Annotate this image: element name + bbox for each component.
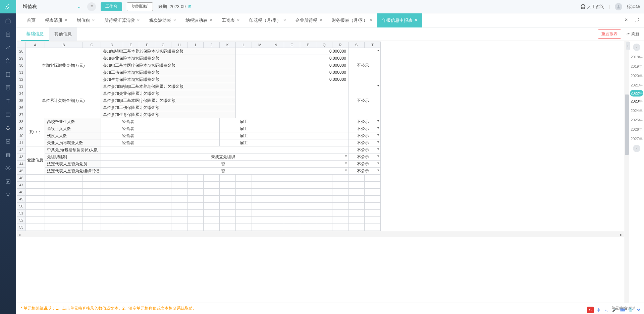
cell[interactable] <box>365 217 381 224</box>
year-2019年[interactable]: 2019年 <box>630 62 643 71</box>
rownum-44[interactable]: 44 <box>17 161 26 168</box>
nav-v-icon[interactable] <box>0 189 16 201</box>
group-label[interactable]: 单位累计欠缴金额(万元) <box>26 83 101 118</box>
publish-select[interactable]: 不公示 <box>348 168 381 175</box>
publish-select[interactable]: 不公示 <box>348 125 381 132</box>
cell[interactable] <box>316 196 332 203</box>
cell[interactable] <box>45 224 83 231</box>
rownum-42[interactable]: 42 <box>17 146 26 153</box>
nav-print-icon[interactable] <box>0 149 16 161</box>
tab-close-icon[interactable]: ✕ <box>92 18 95 22</box>
cell[interactable] <box>101 189 123 196</box>
cell[interactable] <box>332 217 348 224</box>
cell[interactable] <box>252 224 268 231</box>
cell[interactable] <box>155 224 171 231</box>
ime-kb-icon[interactable]: ⌨ <box>619 307 626 313</box>
cell[interactable] <box>155 118 220 125</box>
value-cell[interactable]: 0.000000 <box>236 69 348 76</box>
tab-close-icon[interactable]: ✕ <box>137 18 140 22</box>
rownum-30[interactable]: 30 <box>17 62 26 69</box>
cell[interactable] <box>220 182 236 189</box>
corner-cell[interactable] <box>17 42 26 48</box>
cell[interactable] <box>26 182 45 189</box>
tab-纳税波动表[interactable]: 纳税波动表✕ <box>181 13 217 27</box>
desc[interactable]: 单位参加职工基本医疗保险累计欠缴金额 <box>101 97 236 104</box>
col-H[interactable]: H <box>171 42 187 48</box>
col-J[interactable]: J <box>204 42 220 48</box>
cell[interactable] <box>332 189 348 196</box>
col-M[interactable]: M <box>252 42 268 48</box>
desc[interactable]: 参加城镇职工基本养老保险本期实际缴费金额 <box>101 48 236 55</box>
cell[interactable] <box>268 125 348 132</box>
cell[interactable] <box>332 210 348 217</box>
col-B[interactable]: B <box>45 42 83 48</box>
scroll-right-icon[interactable]: ► <box>619 232 624 237</box>
nav-play-icon[interactable] <box>0 176 16 188</box>
cell[interactable] <box>155 125 220 132</box>
tab-close-icon[interactable]: ✕ <box>370 18 373 22</box>
employee-cell[interactable]: 雇工 <box>220 125 268 132</box>
cell[interactable] <box>139 203 155 210</box>
cell[interactable] <box>220 217 236 224</box>
publish-select[interactable]: 不公示 <box>348 146 381 153</box>
cell[interactable] <box>220 175 236 182</box>
cell[interactable] <box>220 210 236 217</box>
tab-印花税（月/季）[interactable]: 印花税（月/季）✕ <box>245 13 291 27</box>
cell[interactable] <box>101 210 123 217</box>
cell[interactable] <box>155 189 171 196</box>
rownum-29[interactable]: 29 <box>17 55 26 62</box>
cell[interactable] <box>187 203 204 210</box>
desc[interactable]: 残疾人人数 <box>45 132 101 139</box>
cell[interactable] <box>204 189 220 196</box>
cell[interactable] <box>171 210 187 217</box>
cell[interactable] <box>83 175 101 182</box>
cell[interactable] <box>204 224 220 231</box>
wide-select[interactable]: 未成立党组织 <box>101 153 348 161</box>
nav-chart-icon[interactable] <box>0 42 16 54</box>
cell[interactable] <box>348 175 365 182</box>
cell[interactable] <box>300 196 316 203</box>
cell[interactable] <box>252 175 268 182</box>
rownum-43[interactable]: 43 <box>17 153 26 161</box>
cell[interactable] <box>236 196 252 203</box>
switch-old-button[interactable]: 切到旧版 <box>127 2 153 11</box>
ime-skin-icon[interactable]: 👕 <box>627 307 634 313</box>
cell[interactable] <box>220 189 236 196</box>
cell[interactable] <box>204 217 220 224</box>
workbench-button[interactable]: 工作台 <box>101 2 122 11</box>
ime-punct-icon[interactable]: •, <box>603 307 610 313</box>
cell[interactable] <box>316 217 332 224</box>
cell[interactable] <box>123 224 139 231</box>
cell[interactable] <box>139 175 155 182</box>
cell[interactable] <box>252 189 268 196</box>
tab-首页[interactable]: 首页 <box>22 13 40 27</box>
cell[interactable] <box>101 175 123 182</box>
cell[interactable] <box>365 224 381 231</box>
rownum-36[interactable]: 36 <box>17 104 26 111</box>
tab-close-icon[interactable]: ✕ <box>319 18 322 22</box>
nav-clipboard-icon[interactable] <box>0 68 16 80</box>
desc[interactable]: 退役士兵人数 <box>45 125 101 132</box>
nav-export-icon[interactable] <box>0 135 16 147</box>
cell[interactable] <box>187 182 204 189</box>
horizontal-scrollbar[interactable]: ◄ ► <box>17 232 624 237</box>
cell[interactable] <box>139 224 155 231</box>
spreadsheet[interactable]: ABCDEFGHIJKLMNOPQRST28本期实际缴费金额(万元)参加城镇职工… <box>16 41 624 303</box>
cell[interactable] <box>365 182 381 189</box>
col-Q[interactable]: Q <box>316 42 332 48</box>
cell[interactable] <box>348 224 365 231</box>
cell[interactable] <box>268 210 284 217</box>
cell[interactable] <box>204 182 220 189</box>
cell[interactable] <box>45 189 83 196</box>
rownum-34[interactable]: 34 <box>17 90 26 97</box>
avatar[interactable] <box>615 3 622 10</box>
cell[interactable] <box>101 217 123 224</box>
ime-tool-icon[interactable]: ⚒ <box>635 307 642 313</box>
cell[interactable] <box>83 217 101 224</box>
desc[interactable]: 单位参加城镇职工基本养老保险累计欠缴金额 <box>101 83 236 90</box>
ime-mic-icon[interactable]: 🎤 <box>611 307 618 313</box>
operator-cell[interactable]: 经营者 <box>101 139 155 146</box>
cell[interactable] <box>187 210 204 217</box>
cell[interactable] <box>268 189 284 196</box>
value-cell[interactable] <box>236 111 348 118</box>
